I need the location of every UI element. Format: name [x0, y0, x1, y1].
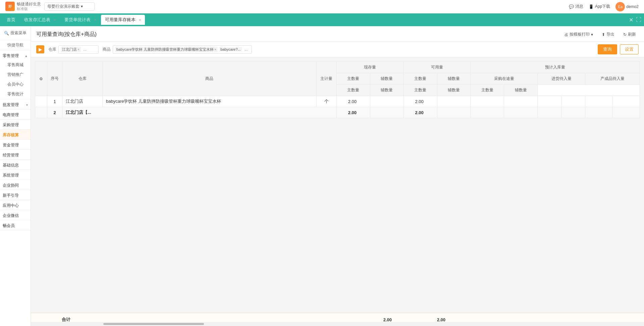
th-incoming-main: 主数量 [404, 85, 437, 96]
th-planned: 预计入库量 [471, 62, 640, 73]
sidebar-group-purchase-header[interactable]: 采购管理 [0, 120, 31, 129]
th-warehouse: 仓库 [62, 62, 103, 96]
tab-available-label: 可用量库存账本 [105, 17, 136, 23]
tab-orders-close[interactable]: × [94, 18, 96, 22]
filter-toggle-btn[interactable]: ▶ [36, 45, 44, 53]
tab-orders[interactable]: 要货单统计表 × [60, 15, 100, 25]
cell-inc-main-r1 [538, 96, 561, 107]
app-download-label: App下载 [595, 4, 610, 9]
logo-line2: 标准版 [17, 6, 41, 11]
table-footer: 合计 2.00 2.00 [31, 313, 644, 326]
retail-label: 零售管理 [3, 53, 19, 59]
sidebar-group-retail: 零售管理 ▲ 零售商城 营销推广 会员中心 零售统计 [0, 50, 31, 99]
product-tag2: babycare?... [219, 47, 242, 52]
scrollbar-wrap [31, 322, 644, 326]
newbie-label: 新手引导 [3, 193, 19, 198]
warehouse-filter: 仓库 江北门店 × ... [48, 45, 99, 54]
tab-available[interactable]: 可用量库存账本 × [101, 15, 145, 25]
export-btn[interactable]: ⬆ 导出 [599, 30, 617, 39]
tab-expand-btn[interactable]: ⛶ [636, 17, 641, 23]
product-input[interactable]: babycare学饮杯 儿童防摔防撞吸管杯重力球吸嘴杯宝宝水杯 × babyca… [113, 45, 252, 54]
warehouse-tag-close[interactable]: × [77, 48, 79, 51]
cell-avail-main-r1: 2.00 [404, 96, 437, 107]
product-label: 商品 [103, 47, 111, 52]
industry-select[interactable]: 母婴行业演示账套 ▾ [44, 2, 95, 11]
sidebar-group-base: 基础信息 [0, 160, 31, 170]
sidebar-group-vip-header[interactable]: 畅会员 [0, 220, 31, 230]
cell-avail-main-sub: 2.00 [404, 107, 437, 118]
th-settings[interactable]: ⚙ [35, 62, 47, 96]
system-label: 系统管理 [3, 173, 19, 178]
refresh-label: 刷新 [628, 32, 636, 37]
search-menu-btn[interactable]: 🔍 搜索菜单 [3, 29, 28, 37]
sidebar-item-member[interactable]: 会员中心 [0, 80, 31, 89]
app-download-btn[interactable]: 📱 App下载 [589, 4, 610, 9]
th-product: 商品 [103, 62, 317, 96]
finance-label: 资金管理 [3, 142, 19, 148]
th-available: 可用量 [404, 62, 471, 73]
cell-pur-main-r1 [471, 96, 504, 107]
cell-no-sub: 2 [47, 107, 62, 118]
top-bar: 好 畅捷通好生意 标准版 母婴行业演示账套 ▾ 💬 消息 📱 App下载 Ea … [0, 0, 644, 13]
print-icon: 🖨 [564, 32, 568, 37]
wholesale-chevron: ▾ [26, 103, 28, 107]
sidebar-group-ecommerce-header[interactable]: 电商管理 [0, 109, 31, 119]
sidebar-group-finance-header[interactable]: 资金管理 [0, 140, 31, 149]
warehouse-input[interactable]: 江北门店 × ... [58, 45, 99, 54]
top-bar-right: 💬 消息 📱 App下载 Ea demo2 [569, 2, 639, 11]
print-btn[interactable]: 🖨 按模板打印 ▾ [561, 30, 596, 39]
sidebar-group-wechat-header[interactable]: 企业微信 [0, 210, 31, 220]
retail-chevron: ▲ [24, 54, 28, 58]
sidebar-group-system-header[interactable]: 系统管理 [0, 170, 31, 180]
cell-product-r1: babycare学饮杯 儿童防摔防撞吸管杯重力球吸嘴杯宝宝水杯 [103, 96, 317, 107]
print-chevron-icon: ▾ [591, 32, 593, 37]
sidebar-item-shop[interactable]: 零售商城 [0, 60, 31, 70]
cell-pur-sub-sub [504, 107, 538, 118]
tab-close-btn[interactable]: ✕ [629, 17, 633, 23]
filter-toggle-icon: ▶ [39, 47, 42, 52]
sidebar-item-stats[interactable]: 零售统计 [0, 89, 31, 99]
th-prod-main: 主数量 [471, 85, 504, 96]
cell-settings-sub [35, 107, 47, 118]
sidebar-group-operations: 经营管理 [0, 150, 31, 160]
sidebar-group-operations-header[interactable]: 经营管理 [0, 150, 31, 159]
product-tag1-close[interactable]: × [214, 48, 216, 51]
main-layout: 🔍 搜索菜单 快捷导航 零售管理 ▲ 零售商城 营销推广 会员中心 零售统计 批… [0, 26, 644, 326]
sidebar-group-newbie-header[interactable]: 新手引导 [0, 190, 31, 200]
vip-label: 畅会员 [3, 223, 15, 229]
cell-inc-main-sub [538, 107, 561, 118]
product-more[interactable]: ... [244, 47, 250, 52]
quick-nav-btn[interactable]: 快捷导航 [0, 40, 31, 50]
user-area[interactable]: Ea demo2 [615, 2, 639, 11]
settings-btn[interactable]: 设置 [620, 44, 639, 54]
sidebar-group-inventory-header[interactable]: 库存核算 [0, 130, 31, 139]
page-actions: 🖨 按模板打印 ▾ ⬆ 导出 ↻ 刷新 [561, 30, 639, 39]
sidebar-group-wholesale-header[interactable]: 批发管理 ▾ [0, 99, 31, 109]
sidebar-group-apps: 应用中心 [0, 200, 31, 210]
settings-icon: ⚙ [39, 77, 43, 81]
sidebar-group-newbie: 新手引导 [0, 190, 31, 200]
warehouse-tag: 江北门店 × [61, 47, 81, 52]
sidebar-group-retail-header[interactable]: 零售管理 ▲ [0, 50, 31, 60]
refresh-btn[interactable]: ↻ 刷新 [621, 30, 639, 39]
sidebar-group-enterprise-header[interactable]: 企业协同 [0, 180, 31, 190]
tab-receipts-close[interactable]: × [54, 18, 56, 22]
tab-home[interactable]: 首页 [3, 15, 19, 25]
logo-area: 好 畅捷通好生意 标准版 [5, 2, 41, 11]
warehouse-more[interactable]: ... [82, 47, 88, 52]
cell-avail-sub-sub [437, 107, 471, 118]
scrollbar-thumb[interactable] [103, 323, 204, 325]
tab-available-close[interactable]: × [139, 18, 141, 22]
logo-text-wrap: 畅捷通好生意 标准版 [17, 2, 41, 11]
sidebar-item-promo[interactable]: 营销推广 [0, 70, 31, 80]
message-btn[interactable]: 💬 消息 [569, 4, 583, 9]
sidebar-group-apps-header[interactable]: 应用中心 [0, 200, 31, 210]
query-btn[interactable]: 查询 [598, 44, 617, 54]
quick-nav-label: 快捷导航 [7, 43, 23, 47]
th-no: 序号 [47, 62, 62, 96]
inventory-label: 库存核算 [3, 132, 19, 138]
sidebar-group-base-header[interactable]: 基础信息 [0, 160, 31, 170]
logo-icon: 好 [5, 2, 15, 11]
th-prod-sub: 辅数量 [504, 85, 538, 96]
tab-receipts[interactable]: 收发存汇总表 × [20, 15, 60, 25]
